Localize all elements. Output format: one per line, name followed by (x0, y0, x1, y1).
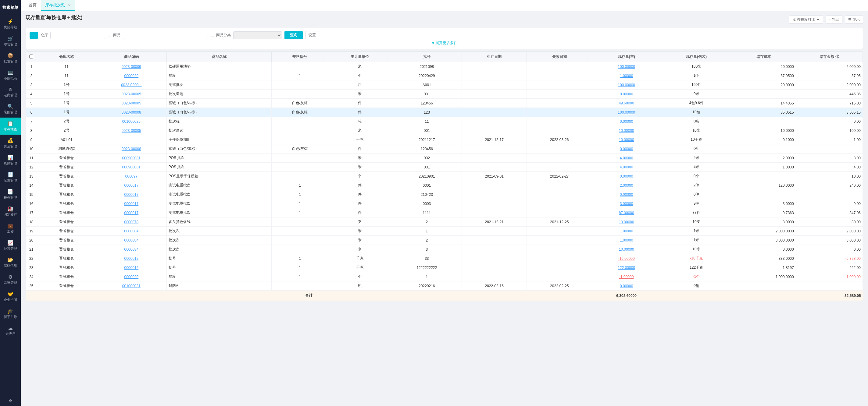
cell-qty-main[interactable]: 0.00000 (592, 190, 661, 199)
cell-code[interactable]: 0000012 (96, 263, 166, 272)
cell-qty-main[interactable]: -16.00000 (592, 254, 661, 263)
sidebar-item-sys[interactable]: ⚙ 系统管理 (0, 271, 21, 288)
cell-qty-main[interactable]: 87.00000 (592, 208, 661, 217)
cell-code[interactable]: 0000084 (96, 236, 166, 245)
sidebar-item-general[interactable]: 📊 总账管理 (0, 152, 21, 169)
sidebar-item-small-ecom[interactable]: 💻 小脂电商 (0, 67, 21, 84)
sidebar-item-base-info[interactable]: 📂 基础信息 (0, 254, 21, 271)
cell-code[interactable]: 000900001 (96, 163, 166, 172)
cell-code[interactable]: 0000084 (96, 245, 166, 254)
cell-idx: 22 (26, 254, 37, 263)
print-template-btn[interactable]: 🖨 按模板打印 ▼ (789, 15, 823, 24)
cell-code[interactable]: 0000017 (96, 199, 166, 208)
cell-warehouse: 2号 (37, 117, 96, 126)
cell-code[interactable]: 001000026 (96, 117, 166, 126)
cell-exp-date (527, 117, 592, 126)
cell-qty-main[interactable]: 10.00000 (592, 135, 661, 144)
cell-code[interactable]: 0023-00008 (96, 144, 166, 154)
filter-arrow-btn[interactable]: › (30, 32, 38, 39)
tab-home[interactable]: 首页 (24, 0, 41, 11)
sidebar-item-guide[interactable]: 🎓 新手引导 (0, 305, 21, 322)
select-all-checkbox[interactable] (29, 55, 33, 59)
cell-qty-main[interactable]: 0.00000 (592, 90, 661, 99)
cell-code[interactable]: 000097 (96, 172, 166, 181)
product-input[interactable] (123, 32, 208, 39)
cell-cost: 333.0000 (732, 254, 796, 263)
sidebar-item-labor[interactable]: 💼 工资 (0, 220, 21, 237)
cell-qty-main[interactable]: 0.00000 (592, 144, 661, 154)
table-row: 8 2号 0023-00005 批次遴选 米 001 10.00000 10米 … (26, 126, 863, 135)
invoice-icon: 🧾 (1, 172, 20, 177)
cell-qty-main[interactable]: 2.00000 (592, 181, 661, 190)
cell-qty-main[interactable]: 100.00000 (592, 62, 661, 71)
sidebar-item-tax[interactable]: 📑 税务管理 (0, 186, 21, 203)
cell-idx: 7 (26, 117, 37, 126)
tab-inventory-batch[interactable]: 库存批次览 ✕ (41, 0, 75, 11)
cell-qty-main[interactable]: 100.00000 (592, 108, 661, 117)
cell-code[interactable]: 0000029 (96, 272, 166, 281)
sidebar-logo[interactable]: 搜索菜单 (0, 2, 21, 14)
cell-code[interactable]: 0023-00009 (96, 62, 166, 71)
cell-code[interactable]: 0023-00008 (96, 108, 166, 117)
sidebar-item-invoice[interactable]: 🧾 发票管理 (0, 169, 21, 186)
cell-code[interactable]: 0023-00005 (96, 90, 166, 99)
sidebar-item-inventory[interactable]: 📋 库存核查 (0, 117, 21, 135)
sidebar-item-ops[interactable]: 📈 经营管理 (0, 237, 21, 254)
category-select[interactable] (233, 31, 282, 39)
sidebar-item-quick-nav[interactable]: ⚡ 快捷导航 (0, 15, 21, 33)
settings-btn[interactable]: 设置 (305, 31, 319, 39)
cell-qty-main[interactable]: 4.00000 (592, 163, 661, 172)
cell-qty-main[interactable]: 10.00000 (592, 245, 661, 254)
display-btn[interactable]: ☰ 显示 (845, 15, 863, 24)
sidebar-item-purchase[interactable]: 🔍 采购管理 (0, 101, 21, 117)
cell-qty-main[interactable]: 10.00000 (592, 126, 661, 135)
sidebar-item-ecom[interactable]: 🖥 电商管理 (0, 84, 21, 101)
cell-qty-main[interactable]: 10.00000 (592, 217, 661, 227)
sidebar-item-collab[interactable]: 🤝 企业协同 (0, 288, 21, 305)
sidebar-item-wholesale[interactable]: 📦 批发管理 (0, 49, 21, 67)
cell-code[interactable]: 0000017 (96, 190, 166, 199)
sidebar-item-cloud[interactable]: ☁ 云应用 (0, 322, 21, 339)
cell-code[interactable]: 0000078 (96, 217, 166, 227)
cell-code[interactable]: 0000012 (96, 254, 166, 263)
sidebar-item-assets[interactable]: 💰 资金管理 (0, 135, 21, 152)
cell-qty-main[interactable]: 122.00000 (592, 263, 661, 272)
cell-qty-main[interactable]: 1.00000 (592, 227, 661, 236)
cell-qty-main[interactable]: 0.00000 (592, 172, 661, 181)
cell-qty-main[interactable]: 100.00000 (592, 80, 661, 90)
cell-code[interactable]: 000900001 (96, 154, 166, 163)
cell-qty-main[interactable]: 0.00000 (592, 281, 661, 291)
cell-code[interactable]: 001000031 (96, 281, 166, 291)
cell-spec (272, 172, 328, 181)
tab-close-icon[interactable]: ✕ (68, 3, 71, 7)
cell-qty-main[interactable]: 4.00000 (592, 154, 661, 163)
cell-qty-main[interactable]: -1.00000 (592, 272, 661, 281)
cell-idx: 25 (26, 281, 37, 291)
cell-code[interactable]: 0000017 (96, 181, 166, 190)
cell-code[interactable]: 0000017 (96, 208, 166, 217)
sidebar-settings[interactable]: ⚙ (0, 396, 21, 406)
table-row: 17 晋省粮仓 0000017 测试电重批次 1 件 1111 87.00000… (26, 208, 863, 217)
export-btn[interactable]: ↑ 导出 (826, 15, 842, 24)
expand-conditions-btn[interactable]: ▼ 展开更多条件 (431, 40, 458, 46)
warehouse-input[interactable] (50, 32, 105, 39)
cell-code[interactable] (96, 135, 166, 144)
cell-code[interactable]: 0023-00005 (96, 126, 166, 135)
cell-qty-main[interactable]: 3.00000 (592, 199, 661, 208)
sidebar-item-retail[interactable]: 🛒 零售管理 (0, 33, 21, 49)
cell-code[interactable]: 0000084 (96, 227, 166, 236)
cell-prod-date (462, 108, 527, 117)
table-row: 9 A01-01 子件保质期组 千克 20211217 2021-12-17 2… (26, 135, 863, 144)
cell-unit: 千克 (328, 263, 392, 272)
cell-qty-main[interactable]: 49.60000 (592, 99, 661, 108)
cell-code[interactable]: 0023-0000... (96, 80, 166, 90)
sidebar-item-fixed-assets[interactable]: 🏭 固定资产 (0, 203, 21, 220)
table-row: 3 1号 0023-0000... 测试批次 斤 A001 100.00000 … (26, 80, 863, 90)
cell-code[interactable]: 0023-00005 (96, 99, 166, 108)
cell-qty-main[interactable]: 1.00000 (592, 236, 661, 245)
search-btn[interactable]: 查询 (284, 31, 303, 39)
sidebar-item-label: 系统管理 (4, 281, 17, 284)
cell-qty-main[interactable]: 0.00000 (592, 117, 661, 126)
cell-code[interactable]: 0000029 (96, 71, 166, 80)
cell-qty-main[interactable]: 1.00000 (592, 71, 661, 80)
